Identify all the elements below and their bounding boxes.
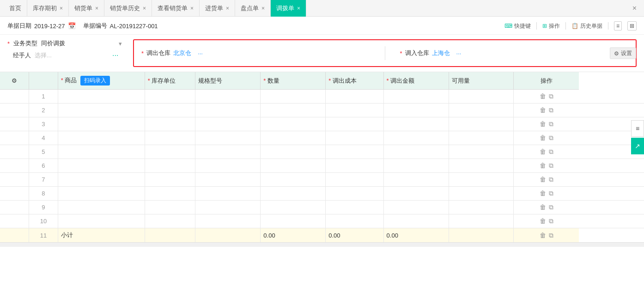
- table-row: 1 🗑 ⧉: [0, 90, 644, 104]
- tab-inventory-init[interactable]: 库存期初 ×: [27, 0, 69, 17]
- table-row: 5 🗑 ⧉: [0, 145, 644, 159]
- copy-icon[interactable]: ⧉: [549, 203, 553, 211]
- items-table-container: ⚙ * 商品 扫码录入 * 库存单位 规格型号 * 数量: [0, 72, 644, 242]
- table-row: 8 🗑 ⧉: [0, 187, 644, 201]
- column-amount: * 调出金额: [383, 72, 449, 90]
- tab-sales-history[interactable]: 销货单历史 ×: [104, 0, 152, 17]
- delete-icon[interactable]: 🗑: [540, 176, 546, 183]
- history-icon: 📋: [571, 23, 578, 29]
- action-icon: ⊞: [542, 23, 547, 29]
- divider2: [565, 22, 566, 30]
- warehouse-divider: [385, 46, 385, 60]
- biz-type-value[interactable]: 同价调拨: [41, 39, 115, 48]
- tab-close-purchase-order[interactable]: ×: [226, 5, 229, 12]
- table-row: 10 🗑 ⧉: [0, 214, 644, 228]
- tab-close-view-sales[interactable]: ×: [190, 5, 194, 12]
- copy-icon[interactable]: ⧉: [549, 189, 553, 197]
- tab-close-sales-history[interactable]: ×: [143, 5, 146, 12]
- right-panel-expand-button[interactable]: ↗: [631, 138, 644, 154]
- column-unit: * 库存单位: [145, 72, 195, 90]
- table-row: 6 🗑 ⧉: [0, 159, 644, 173]
- table-header-row: ⚙ * 商品 扫码录入 * 库存单位 规格型号 * 数量: [0, 72, 644, 90]
- form-area: * 业务类型 同价调拨 ▾ 经手人 选择... ··· * 调出仓库 北京仓 ·…: [0, 35, 644, 72]
- tab-sales-order[interactable]: 销货单 ×: [69, 0, 104, 17]
- divider1: [536, 22, 537, 30]
- shortcuts-button[interactable]: ⌨ 快捷键: [504, 22, 531, 30]
- copy-icon[interactable]: ⧉: [549, 134, 553, 142]
- copy-icon[interactable]: ⧉: [549, 162, 553, 170]
- date-field: 单据日期 2019-12-27 📅: [7, 22, 76, 30]
- subtotal-label: 小计: [58, 228, 145, 243]
- handler-more-icon[interactable]: ···: [112, 52, 118, 59]
- items-table: ⚙ * 商品 扫码录入 * 库存单位 规格型号 * 数量: [0, 72, 644, 242]
- actions-button[interactable]: ⊞ 操作: [542, 22, 560, 30]
- delete-icon[interactable]: 🗑: [540, 92, 546, 100]
- column-available: 可用量: [449, 72, 514, 90]
- table-row: 9 🗑 ⧉: [0, 201, 644, 214]
- right-panel-list-button[interactable]: ≡: [631, 120, 644, 137]
- delete-icon[interactable]: 🗑: [540, 120, 546, 128]
- header-left: 单据日期 2019-12-27 📅 单据编号 AL-20191227-001: [7, 22, 158, 30]
- biz-type-dropdown-icon[interactable]: ▾: [119, 40, 122, 47]
- delete-icon[interactable]: 🗑: [540, 162, 546, 170]
- tab-close-inventory-init[interactable]: ×: [60, 5, 63, 12]
- delete-icon[interactable]: 🗑: [540, 203, 546, 211]
- list-view-button[interactable]: ≡: [614, 21, 622, 31]
- date-value: 2019-12-27: [34, 23, 65, 30]
- column-cost: * 调出成本: [326, 72, 383, 90]
- horizontal-scrollbar[interactable]: [0, 242, 644, 247]
- header-right: ⌨ 快捷键 ⊞ 操作 📋 历史单据 ≡ ⊞: [504, 21, 637, 31]
- tab-close-sales-order[interactable]: ×: [95, 5, 98, 12]
- warehouse-settings-button[interactable]: ⚙ 设置: [610, 48, 636, 59]
- scan-input-button[interactable]: 扫码录入: [80, 76, 110, 85]
- copy-icon[interactable]: ⧉: [549, 176, 553, 183]
- copy-icon[interactable]: ⧉: [549, 148, 553, 156]
- copy-icon[interactable]: ⧉: [549, 92, 553, 100]
- delete-icon[interactable]: 🗑: [540, 134, 546, 142]
- table-row: 7 🗑 ⧉: [0, 173, 644, 187]
- table-row: 3 🗑 ⧉: [0, 117, 644, 131]
- form-left: * 业务类型 同价调拨 ▾ 经手人 选择... ···: [7, 39, 122, 60]
- column-qty: * 数量: [261, 72, 326, 90]
- table-row: 2 🗑 ⧉: [0, 104, 644, 117]
- delete-icon[interactable]: 🗑: [540, 106, 546, 114]
- tab-transfer-order[interactable]: 调拨单 ×: [271, 0, 306, 17]
- out-warehouse-field: * 调出仓库 北京仓 ···: [141, 49, 370, 57]
- close-all-button[interactable]: ×: [629, 4, 640, 12]
- delete-icon[interactable]: 🗑: [540, 148, 546, 156]
- tab-purchase-order[interactable]: 进货单 ×: [200, 0, 235, 17]
- copy-icon[interactable]: ⧉: [549, 217, 553, 225]
- column-gear[interactable]: ⚙: [0, 72, 29, 90]
- delete-icon[interactable]: 🗑: [540, 189, 546, 197]
- in-warehouse-value[interactable]: 上海仓: [432, 49, 450, 57]
- table-row: 4 🗑 ⧉: [0, 131, 644, 145]
- column-spec: 规格型号: [195, 72, 261, 90]
- delete-icon[interactable]: 🗑: [540, 232, 546, 239]
- shortcut-icon: ⌨: [504, 23, 512, 29]
- handler-value[interactable]: 选择...: [35, 51, 109, 60]
- document-header: 单据日期 2019-12-27 📅 单据编号 AL-20191227-001 ⌨…: [0, 17, 644, 35]
- tab-close-transfer-order[interactable]: ×: [297, 5, 300, 12]
- divider3: [608, 22, 608, 30]
- column-action: 操作: [514, 72, 579, 90]
- tab-close-inventory-count[interactable]: ×: [261, 5, 265, 12]
- copy-icon[interactable]: ⧉: [549, 120, 553, 128]
- in-warehouse-more-icon[interactable]: ···: [456, 50, 462, 57]
- warehouse-box: * 调出仓库 北京仓 ··· * 调入仓库 上海仓 ··· ⚙ 设置: [133, 39, 637, 67]
- column-seq: [29, 72, 58, 90]
- out-warehouse-value[interactable]: 北京仓: [173, 49, 191, 57]
- copy-icon[interactable]: ⧉: [549, 106, 553, 114]
- history-button[interactable]: 📋 历史单据: [571, 22, 602, 30]
- tab-view-sales[interactable]: 查看销货单 ×: [152, 0, 200, 17]
- calendar-icon[interactable]: 📅: [68, 22, 76, 30]
- table-row: 11 小计 0.00 0.00 0.00 🗑 ⧉: [0, 228, 644, 243]
- copy-icon[interactable]: ⧉: [549, 232, 553, 239]
- handler-field: 经手人 选择... ···: [7, 51, 122, 60]
- tab-inventory-count[interactable]: 盘点单 ×: [235, 0, 271, 17]
- doc-number-value: AL-20191227-001: [110, 23, 158, 30]
- tab-bar: 首页 库存期初 × 销货单 × 销货单历史 × 查看销货单 × 进货单 × 盘点…: [0, 0, 644, 17]
- out-warehouse-more-icon[interactable]: ···: [198, 50, 203, 57]
- grid-view-button[interactable]: ⊞: [627, 21, 637, 31]
- delete-icon[interactable]: 🗑: [540, 217, 546, 225]
- tab-home[interactable]: 首页: [4, 0, 27, 17]
